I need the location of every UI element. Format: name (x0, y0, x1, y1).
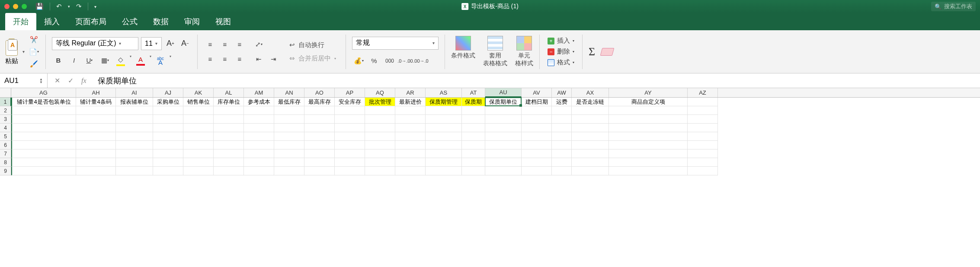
cell-AN3[interactable] (274, 115, 304, 124)
cell-AX3[interactable] (572, 115, 609, 124)
cell-AH7[interactable] (76, 149, 116, 158)
copy-icon[interactable]: 📄▾ (28, 47, 39, 57)
cell-AM1[interactable]: 参考成本 (244, 98, 274, 106)
font-name-combo[interactable]: 等线 Regular (正文)▾ (52, 37, 138, 50)
cell-AT5[interactable] (462, 132, 485, 141)
cell-AN1[interactable]: 最低库存 (274, 98, 304, 106)
format-cells-button[interactable]: 格式 ▾ (546, 57, 576, 67)
cell-AK2[interactable] (183, 106, 214, 115)
cell-AI8[interactable] (116, 158, 153, 167)
cell-AL4[interactable] (214, 124, 244, 132)
cell-AZ7[interactable] (688, 149, 718, 158)
cell-AZ6[interactable] (688, 141, 718, 149)
column-header-AW[interactable]: AW (552, 88, 572, 97)
cell-AO4[interactable] (304, 124, 335, 132)
underline-button[interactable]: U▾ (83, 54, 96, 67)
cell-AT6[interactable] (462, 141, 485, 149)
cell-AR6[interactable] (395, 141, 426, 149)
cell-AW2[interactable] (552, 106, 572, 115)
cell-AK7[interactable] (183, 149, 214, 158)
column-header-AV[interactable]: AV (522, 88, 552, 97)
cell-AW3[interactable] (552, 115, 572, 124)
cell-AV7[interactable] (522, 149, 552, 158)
column-header-AT[interactable]: AT (462, 88, 485, 97)
cell-AT2[interactable] (462, 106, 485, 115)
spreadsheet-grid[interactable]: AGAHAIAJAKALAMANAOAPAQARASATAUAVAWAXAYAZ… (0, 88, 980, 175)
cell-AJ5[interactable] (153, 132, 183, 141)
cell-AK4[interactable] (183, 124, 214, 132)
row-header-6[interactable]: 6 (0, 141, 11, 149)
cell-AO8[interactable] (304, 158, 335, 167)
bold-button[interactable]: B (52, 54, 65, 67)
column-header-AS[interactable]: AS (426, 88, 462, 97)
cell-AY2[interactable] (609, 106, 688, 115)
cell-AV3[interactable] (522, 115, 552, 124)
cell-AV5[interactable] (522, 132, 552, 141)
cancel-edit-icon[interactable]: ✕ (54, 76, 60, 85)
cell-AY8[interactable] (609, 158, 688, 167)
cell-AG6[interactable] (11, 141, 76, 149)
cell-AJ7[interactable] (153, 149, 183, 158)
select-all-corner[interactable] (0, 88, 11, 97)
format-table-button[interactable]: 套用 表格格式 (483, 36, 507, 67)
cell-AQ2[interactable] (365, 106, 395, 115)
cell-AH6[interactable] (76, 141, 116, 149)
cell-AH5[interactable] (76, 132, 116, 141)
cell-AS6[interactable] (426, 141, 462, 149)
cell-AR7[interactable] (395, 149, 426, 158)
cell-AQ1[interactable]: 批次管理 (365, 98, 395, 106)
cell-AY3[interactable] (609, 115, 688, 124)
column-header-AP[interactable]: AP (335, 88, 365, 97)
cell-AP8[interactable] (335, 158, 365, 167)
cell-AJ8[interactable] (153, 158, 183, 167)
cell-AL3[interactable] (214, 115, 244, 124)
cell-AM6[interactable] (244, 141, 274, 149)
cell-AO1[interactable]: 最高库存 (304, 98, 335, 106)
cell-AG7[interactable] (11, 149, 76, 158)
cell-AO3[interactable] (304, 115, 335, 124)
column-header-AG[interactable]: AG (11, 88, 76, 97)
cell-AR1[interactable]: 最新进价 (395, 98, 426, 106)
cell-AM7[interactable] (244, 149, 274, 158)
cell-AP5[interactable] (335, 132, 365, 141)
qat-customize-icon[interactable]: ▾ (94, 4, 96, 9)
cell-AI3[interactable] (116, 115, 153, 124)
cell-AL5[interactable] (214, 132, 244, 141)
cell-AN8[interactable] (274, 158, 304, 167)
cell-AJ4[interactable] (153, 124, 183, 132)
phonetic-button[interactable]: abcA (154, 54, 167, 67)
cell-AH9[interactable] (76, 167, 116, 175)
shrink-font-icon[interactable]: A− (179, 38, 191, 50)
undo-icon[interactable]: ↶ (56, 3, 62, 10)
cell-AW8[interactable] (552, 158, 572, 167)
cells-area[interactable]: 辅计量4是否包装单位辅计量4条码报表辅单位采购单位销售单位库存单位参考成本最低库… (11, 98, 718, 175)
cell-AL8[interactable] (214, 158, 244, 167)
cell-AH3[interactable] (76, 115, 116, 124)
cell-AS5[interactable] (426, 132, 462, 141)
column-header-AU[interactable]: AU (485, 88, 522, 97)
align-left-icon[interactable]: ≡ (204, 53, 217, 65)
cell-AO7[interactable] (304, 149, 335, 158)
cell-AY9[interactable] (609, 167, 688, 175)
cell-AV8[interactable] (522, 158, 552, 167)
cell-AY4[interactable] (609, 124, 688, 132)
cell-AM5[interactable] (244, 132, 274, 141)
cell-AU1[interactable]: 保质期单位 (485, 98, 522, 106)
cell-AK3[interactable] (183, 115, 214, 124)
maximize-window-icon[interactable] (22, 4, 27, 9)
paste-dropdown-icon[interactable]: ▾ (22, 49, 25, 54)
comma-icon[interactable]: 000 (383, 55, 396, 67)
cell-AG9[interactable] (11, 167, 76, 175)
cell-AS7[interactable] (426, 149, 462, 158)
delete-cells-button[interactable]: − 删除 ▾ (546, 47, 576, 57)
cell-AO2[interactable] (304, 106, 335, 115)
column-header-AL[interactable]: AL (214, 88, 244, 97)
row-header-9[interactable]: 9 (0, 167, 11, 175)
percent-icon[interactable]: % (368, 55, 381, 67)
cell-AM9[interactable] (244, 167, 274, 175)
tab-data[interactable]: 数据 (145, 13, 176, 30)
cell-AV1[interactable]: 建档日期 (522, 98, 552, 106)
cell-AV9[interactable] (522, 167, 552, 175)
column-header-AX[interactable]: AX (572, 88, 609, 97)
cell-AL6[interactable] (214, 141, 244, 149)
